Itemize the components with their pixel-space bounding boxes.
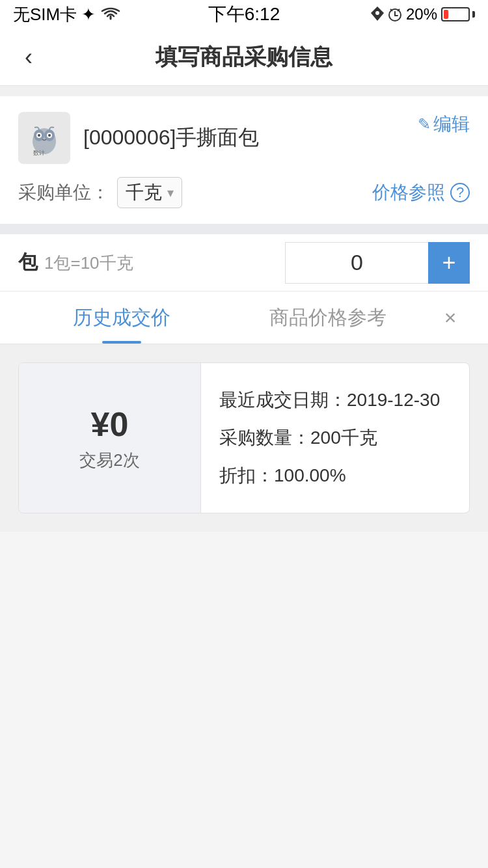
detail-row-quantity: 采购数量：200千克 [219,424,451,452]
page-title: 填写商品采购信息 [156,42,332,72]
battery-percent: 20% [406,5,437,23]
history-card-price-section: ¥0 交易2次 [19,363,201,513]
unit-value: 千克 [126,180,162,205]
tabs-header: 历史成交价 商品价格参考 × [0,292,488,344]
unit-label: 采购单位： [18,180,109,205]
quantity-hint: 1包=10千克 [44,252,133,275]
tab-history-price[interactable]: 历史成交价 [18,292,224,344]
svg-point-11 [38,134,40,137]
back-button[interactable]: ‹ [18,37,39,77]
quantity-input[interactable] [285,242,428,284]
quantity-right: + [285,242,470,284]
product-image-owl: 数计 [25,118,64,157]
detail-row-discount: 折扣：100.00% [219,462,451,489]
history-price: ¥0 [91,405,129,444]
status-time: 下午6:12 [208,2,280,27]
product-card: 数计 [0000006]手撕面包 ✎ 编辑 采购单位： 千克 ▾ 价格参照 ? [0,96,488,224]
svg-point-12 [48,134,51,137]
product-thumbnail: 数计 [18,112,70,164]
nav-bar: ‹ 填写商品采购信息 [0,29,488,86]
svg-text:数计: 数计 [33,150,45,156]
product-unit-row: 采购单位： 千克 ▾ 价格参照 ? [18,177,470,208]
detail-row-date: 最近成交日期：2019-12-30 [219,387,451,414]
detail-date-label: 最近成交日期： [219,390,347,410]
quantity-plus-button[interactable]: + [428,242,470,284]
detail-discount-value: 100.00% [274,465,346,485]
price-ref-button[interactable]: 价格参照 ? [372,180,470,205]
product-header: 数计 [0000006]手撕面包 ✎ 编辑 [18,112,470,164]
quantity-left: 包 1包=10千克 [18,249,133,276]
detail-date-value: 2019-12-30 [347,390,440,410]
detail-quantity-value: 200千克 [310,427,377,448]
history-count: 交易2次 [79,449,139,472]
status-bar: 无SIM卡 ✦ 下午6:12 20% [0,0,488,29]
status-left: 无SIM卡 ✦ [13,3,120,26]
edit-label: 编辑 [433,112,470,137]
svg-point-0 [375,11,379,15]
tab-close-button[interactable]: × [431,292,470,344]
location-icon [371,7,384,22]
carrier-text: 无SIM卡 ✦ [13,3,96,26]
edit-button[interactable]: ✎ 编辑 [418,112,470,137]
tab-active-indicator [102,341,141,344]
tab-product-price[interactable]: 商品价格参考 [224,292,431,344]
quantity-row: 包 1包=10千克 + [0,234,488,292]
battery-icon [441,7,475,21]
tab-product-price-label: 商品价格参考 [269,305,386,331]
product-name: [0000006]手撕面包 [83,124,259,152]
detail-discount-label: 折扣： [219,465,274,485]
unit-select[interactable]: 千克 ▾ [117,177,182,208]
section-divider [0,224,488,234]
detail-quantity-label: 采购数量： [219,427,310,448]
wifi-icon [101,7,120,21]
chevron-down-icon: ▾ [167,185,174,200]
history-card-detail-section: 最近成交日期：2019-12-30 采购数量：200千克 折扣：100.00% [201,363,469,513]
tabs-section: 历史成交价 商品价格参考 × [0,292,488,344]
tab-history-price-label: 历史成交价 [73,305,170,331]
history-content: ¥0 交易2次 最近成交日期：2019-12-30 采购数量：200千克 折扣：… [0,344,488,532]
main-content-area [0,532,488,868]
price-ref-label: 价格参照 [372,180,445,205]
product-left: 数计 [0000006]手撕面包 [18,112,259,164]
alarm-icon [388,7,402,22]
quantity-unit: 包 [18,249,38,276]
history-card: ¥0 交易2次 最近成交日期：2019-12-30 采购数量：200千克 折扣：… [18,362,470,513]
status-right: 20% [371,5,475,23]
edit-icon: ✎ [418,115,431,133]
help-icon: ? [450,183,470,202]
